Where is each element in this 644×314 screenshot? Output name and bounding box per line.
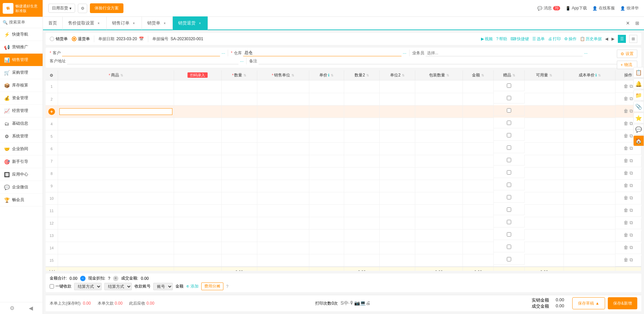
- price-cell[interactable]: [309, 105, 344, 118]
- col-settings[interactable]: ⚙: [46, 70, 58, 80]
- float-clip-btn[interactable]: 📎: [633, 101, 644, 112]
- category-select[interactable]: 日用百货 ▾: [48, 4, 75, 13]
- gift-checkbox[interactable]: [507, 83, 511, 88]
- gift-cell[interactable]: [494, 130, 525, 141]
- available-cell[interactable]: [525, 93, 564, 105]
- delete-row-icon[interactable]: 🗑: [624, 96, 628, 104]
- qty2-cell[interactable]: [344, 204, 380, 217]
- gift-sort-icon[interactable]: ⇅: [513, 73, 515, 77]
- product-cell[interactable]: [58, 105, 174, 118]
- calc-method-select[interactable]: 结算方式: [74, 283, 102, 290]
- price-cell[interactable]: [309, 80, 344, 93]
- copy-row-icon[interactable]: ⧉: [630, 145, 633, 153]
- sidebar-item-operations[interactable]: 📈 经营管理: [0, 105, 43, 117]
- unit-cell[interactable]: [257, 204, 309, 217]
- unit-cell[interactable]: [257, 80, 309, 93]
- calendar-icon[interactable]: 📅: [139, 37, 144, 41]
- delete-row-icon[interactable]: 🗑: [624, 183, 628, 190]
- amount-cell[interactable]: [463, 180, 493, 192]
- qty2-cell[interactable]: [344, 192, 380, 204]
- customer-input[interactable]: [62, 50, 220, 56]
- gift-checkbox[interactable]: [507, 170, 511, 175]
- close-sales-return-tab[interactable]: ×: [198, 21, 202, 25]
- tab-sales[interactable]: 销货单 ×: [142, 16, 173, 30]
- qty-cell[interactable]: [221, 167, 257, 180]
- settings-btn[interactable]: ⚙ 设置: [617, 50, 637, 58]
- topbar-gear-btn[interactable]: ⚙: [78, 4, 87, 13]
- delete-row-icon[interactable]: 🗑: [624, 195, 628, 203]
- close-sales-order-tab[interactable]: ×: [131, 21, 136, 25]
- price-cell[interactable]: [309, 155, 344, 167]
- remarks-input[interactable]: [259, 58, 637, 64]
- pack-cell[interactable]: [415, 93, 463, 105]
- qty-cell[interactable]: [221, 217, 257, 229]
- qty2-cell[interactable]: [344, 180, 380, 192]
- cost-cell[interactable]: [564, 130, 615, 142]
- unit-cell[interactable]: [257, 130, 309, 142]
- sidebar-item-purchase[interactable]: 🛒 采购管理: [0, 66, 43, 79]
- print-link[interactable]: 🖨 打印: [548, 36, 561, 42]
- gift-checkbox[interactable]: [507, 232, 511, 237]
- amount-cell[interactable]: [463, 130, 493, 142]
- price-info-icon[interactable]: ℹ: [328, 73, 329, 77]
- close-tab-btn[interactable]: ✕: [624, 19, 632, 27]
- gift-checkbox[interactable]: [507, 245, 511, 249]
- unit-cell[interactable]: [257, 155, 309, 167]
- price-cell[interactable]: [309, 192, 344, 204]
- copy-row-icon[interactable]: ⧉: [630, 133, 633, 141]
- delete-row-icon[interactable]: 🗑: [624, 232, 628, 240]
- product-input[interactable]: [59, 108, 173, 115]
- delete-row-icon[interactable]: 🗑: [624, 133, 628, 141]
- unit2-cell[interactable]: [380, 217, 415, 229]
- equals-btn[interactable]: =: [113, 276, 118, 281]
- product-cell[interactable]: [58, 118, 174, 130]
- copy-row-icon[interactable]: ⧉: [630, 232, 633, 240]
- available-cell[interactable]: [525, 217, 564, 229]
- pack-cell[interactable]: [415, 142, 463, 155]
- pack-cell[interactable]: [415, 242, 463, 254]
- expand-tab-btn[interactable]: ⊞: [633, 19, 641, 27]
- available-cell[interactable]: [525, 229, 564, 242]
- pack-cell[interactable]: [415, 192, 463, 204]
- product-cell[interactable]: [58, 93, 174, 105]
- amount-cell[interactable]: [463, 155, 493, 167]
- available-cell[interactable]: [525, 142, 564, 155]
- pack-cell[interactable]: [415, 204, 463, 217]
- qty2-cell[interactable]: [344, 242, 380, 254]
- unit2-cell[interactable]: [380, 142, 415, 155]
- qty2-cell[interactable]: [344, 118, 380, 130]
- cost-cell[interactable]: [564, 254, 615, 267]
- unit2-cell[interactable]: [380, 229, 415, 242]
- unit-cell[interactable]: [257, 217, 309, 229]
- qty2-cell[interactable]: [344, 167, 380, 180]
- cost-cell[interactable]: [564, 180, 615, 192]
- unit2-cell[interactable]: [380, 118, 415, 130]
- sidebar-item-system[interactable]: ⚙ 系统管理: [0, 130, 43, 143]
- pack-cell[interactable]: [415, 105, 463, 118]
- cost-cell[interactable]: [564, 229, 615, 242]
- unit-cell[interactable]: [257, 93, 309, 105]
- gift-checkbox[interactable]: [507, 145, 511, 150]
- delete-row-icon[interactable]: 🗑: [624, 121, 628, 128]
- gift-checkbox[interactable]: [507, 195, 511, 199]
- product-sort-icon[interactable]: ⇅: [120, 73, 123, 77]
- float-doc-btn[interactable]: 📋: [633, 67, 644, 78]
- gift-checkbox[interactable]: [507, 220, 511, 224]
- grid-view-btn[interactable]: ⊞: [629, 35, 637, 43]
- available-sort-icon[interactable]: ⇅: [549, 73, 552, 77]
- delete-row-icon[interactable]: 🗑: [624, 220, 628, 228]
- pack-cell[interactable]: [415, 167, 463, 180]
- available-cell[interactable]: [525, 254, 564, 267]
- unit-cell[interactable]: [257, 118, 309, 130]
- fee-btn[interactable]: 费用分摊: [201, 282, 223, 290]
- available-cell[interactable]: [525, 80, 564, 93]
- cost-cell[interactable]: [564, 204, 615, 217]
- copy-row-icon[interactable]: ⧉: [630, 220, 633, 228]
- qty2-cell[interactable]: [344, 254, 380, 267]
- qty2-cell[interactable]: [344, 93, 380, 105]
- online-service-btn[interactable]: 👤 在线客服: [592, 5, 615, 11]
- question-icon[interactable]: ?: [108, 276, 110, 281]
- unit-cell[interactable]: [257, 105, 309, 118]
- price-cell[interactable]: [309, 142, 344, 155]
- copy-row-icon[interactable]: ⧉: [630, 170, 633, 178]
